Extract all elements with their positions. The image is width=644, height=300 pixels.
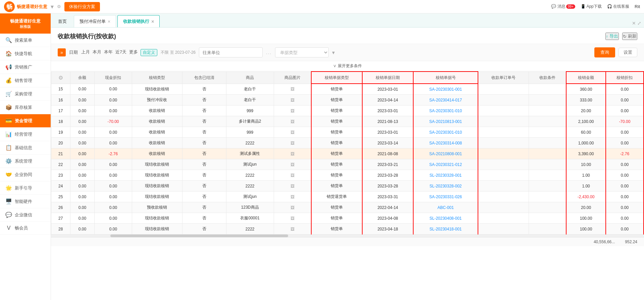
cell-writeoff-discount: 0.00 xyxy=(606,95,644,105)
writeoff-number-link[interactable]: ABC-001 xyxy=(437,205,454,210)
cell-cash-discount: 0.00 xyxy=(95,170,132,181)
industry-btn[interactable]: 休验行业方案 xyxy=(64,2,100,11)
sidebar-item-search[interactable]: 🔍 搜索菜单 xyxy=(0,34,51,47)
basic-icon: 📋 xyxy=(5,144,12,151)
cell-cash-discount: 0.00 xyxy=(95,213,132,224)
tab-writeoff-close[interactable]: × xyxy=(151,19,154,24)
writeoff-number-link[interactable]: SA-20230301-001 xyxy=(429,87,462,92)
filter-date-more[interactable]: 更多 xyxy=(129,49,138,56)
filter-date-custom[interactable]: 自定义 xyxy=(141,49,157,56)
sidebar-item-inventory[interactable]: 📦 库存核算 xyxy=(0,101,51,114)
cell-rownum: 19 xyxy=(51,127,70,138)
sidebar-item-basic[interactable]: 📋 基础信息 xyxy=(0,141,51,155)
window-close-icon[interactable]: ✕ xyxy=(632,20,636,26)
sidebar-item-member[interactable]: V 畅会员 xyxy=(0,222,51,235)
cell-writeoff-amount: 10.00 xyxy=(566,159,605,170)
gear-icon-top[interactable]: ⚙ xyxy=(57,4,61,9)
cell-writeoff-voucher-type: 销货单 xyxy=(311,95,362,105)
writeoff-number-link[interactable]: SL-20230408-001 xyxy=(429,216,462,221)
scroll-hint[interactable] xyxy=(51,234,644,237)
dropdown-arrow[interactable]: ▾ xyxy=(51,3,54,10)
cell-goods: 测试jun xyxy=(226,191,274,202)
cell-include-settled: 否 xyxy=(182,159,226,170)
sidebar-logo: 畅捷通谱好生意 标推版 xyxy=(0,13,51,34)
cell-cash-discount: -2.76 xyxy=(95,148,132,159)
writeoff-number-link[interactable]: SA-20230314-008 xyxy=(429,141,462,145)
cell-writeoff-type: 现结收款核销 xyxy=(132,224,182,234)
writeoff-number-link[interactable]: SL-20230328-002 xyxy=(429,184,462,188)
cell-receipt-condition xyxy=(529,148,566,159)
sidebar-item-purchase[interactable]: 🛒 采购管理 xyxy=(0,87,51,101)
filter-date-7days[interactable]: 近7天 xyxy=(115,49,126,56)
export-button[interactable]: ↑ 导出 xyxy=(605,33,619,40)
cell-receipt-condition xyxy=(529,181,566,191)
col-gear[interactable]: ⚙ xyxy=(51,72,70,84)
cell-receipt-condition xyxy=(529,213,566,224)
writeoff-number-link[interactable]: SL-20230328-001 xyxy=(429,173,462,178)
cell-writeoff-voucher-type: 销货单 xyxy=(311,84,362,95)
col-balance: 余额 xyxy=(70,72,95,84)
cell-include-settled: 否 xyxy=(182,170,226,181)
cell-writeoff-discount: 0.00 xyxy=(606,202,644,213)
cell-receipt-condition xyxy=(529,159,566,170)
cell-receipt-order xyxy=(478,224,529,234)
sidebar-item-wechat[interactable]: 💬 企业微信 xyxy=(0,208,51,222)
sidebar-item-quick[interactable]: 🏠 快捷导航 xyxy=(0,47,51,60)
writeoff-number-link[interactable]: SA-20230301-010 xyxy=(429,109,462,113)
cell-writeoff-amount: 1.00 xyxy=(566,170,605,181)
sidebar-item-system[interactable]: ⚙️ 系统管理 xyxy=(0,155,51,168)
gear-icon[interactable]: ⚙ xyxy=(58,75,63,81)
writeoff-number-link[interactable]: SA-20210813-001 xyxy=(429,119,462,124)
query-button[interactable]: 查询 xyxy=(594,47,615,57)
filter-date-last-month[interactable]: 上月 xyxy=(81,49,90,56)
app-download[interactable]: 📱 App下载 xyxy=(581,4,602,9)
cell-goods-image: 🖼 xyxy=(274,181,311,191)
writeoff-number-link[interactable]: SA-20210808-001 xyxy=(429,152,462,156)
writeoff-number-link[interactable]: SA-20230414-017 xyxy=(429,98,462,102)
sidebar-item-guide[interactable]: 🌟 新手引导 xyxy=(0,181,51,195)
online-service[interactable]: 🎧 在线客服 xyxy=(607,4,629,9)
tab-prepay-close[interactable]: × xyxy=(108,19,110,24)
sidebar-item-sales[interactable]: 💰 销售管理 xyxy=(0,74,51,87)
tab-bar: 首页 预付冲应付单 × 收款核销执行 × ✕ ⤢ xyxy=(51,13,644,28)
sidebar-item-hardware[interactable]: 🖥️ 智能硬件 xyxy=(0,195,51,208)
filter-date-this-year[interactable]: 本年 xyxy=(104,49,113,56)
sidebar-item-collab[interactable]: 🤝 企业协同 xyxy=(0,168,51,181)
tab-home[interactable]: 首页 xyxy=(52,15,72,27)
cell-cash-discount: 0.00 xyxy=(95,202,132,213)
table-container: ⚙ 余额 现金折扣 核销类型 包含已结清 商品 商品图片 核销单据类型 核销单据… xyxy=(51,71,644,234)
cell-writeoff-discount: 0.00 xyxy=(606,138,644,148)
message-icon[interactable]: 💬 消息99+ xyxy=(551,4,575,9)
window-expand-icon[interactable]: ⤢ xyxy=(637,20,641,26)
tab-prepay[interactable]: 预付冲应付单 × xyxy=(74,15,116,27)
filter-date-this-month[interactable]: 本月 xyxy=(93,49,101,56)
sidebar-item-marketing[interactable]: 📢 营销推广 xyxy=(0,60,51,74)
partner-input[interactable] xyxy=(199,47,263,57)
writeoff-number-link[interactable]: SA-20230301-010 xyxy=(429,130,462,135)
filter-expand-btn[interactable]: » xyxy=(58,48,66,56)
cell-balance: 0.00 xyxy=(70,138,95,148)
cell-writeoff-date: 2022-04-14 xyxy=(362,202,413,213)
cell-writeoff-voucher-type: 销货单 xyxy=(311,181,362,191)
scroll-thumb[interactable] xyxy=(110,234,288,237)
user-label[interactable]: Rit xyxy=(635,4,640,9)
tab-writeoff[interactable]: 收款核销执行 × xyxy=(117,15,160,27)
expand-more-button[interactable]: ∨ 展开更多条件 xyxy=(333,63,362,69)
partner-dots: ... xyxy=(266,50,272,55)
writeoff-number-link[interactable]: SA-20230331-026 xyxy=(429,195,462,199)
voucher-type-select[interactable]: 单据类型 xyxy=(275,47,329,57)
cell-writeoff-voucher-type: 销货单 xyxy=(311,116,362,127)
cell-rownum: 21 xyxy=(51,148,70,159)
setting-button[interactable]: 设置 xyxy=(619,48,637,57)
refresh-button[interactable]: ↻ 刷新 xyxy=(622,33,637,40)
cell-goods-image: 🖼 xyxy=(274,202,311,213)
writeoff-number-link[interactable]: SA-20230321-012 xyxy=(429,162,462,167)
sidebar-item-funds[interactable]: 💳 资金管理 xyxy=(0,114,51,128)
writeoff-number-link[interactable]: SL-20230418-001 xyxy=(429,227,462,231)
cell-writeoff-amount: 333.00 xyxy=(566,95,605,105)
sidebar-item-operations[interactable]: 📊 经营管理 xyxy=(0,128,51,141)
cell-goods: 老白干 xyxy=(226,84,274,95)
cell-writeoff-amount: 1,000.00 xyxy=(566,138,605,148)
cell-goods-image: 🖼 xyxy=(274,138,311,148)
logo-text: 畅捷通谱好生意 xyxy=(17,4,47,10)
